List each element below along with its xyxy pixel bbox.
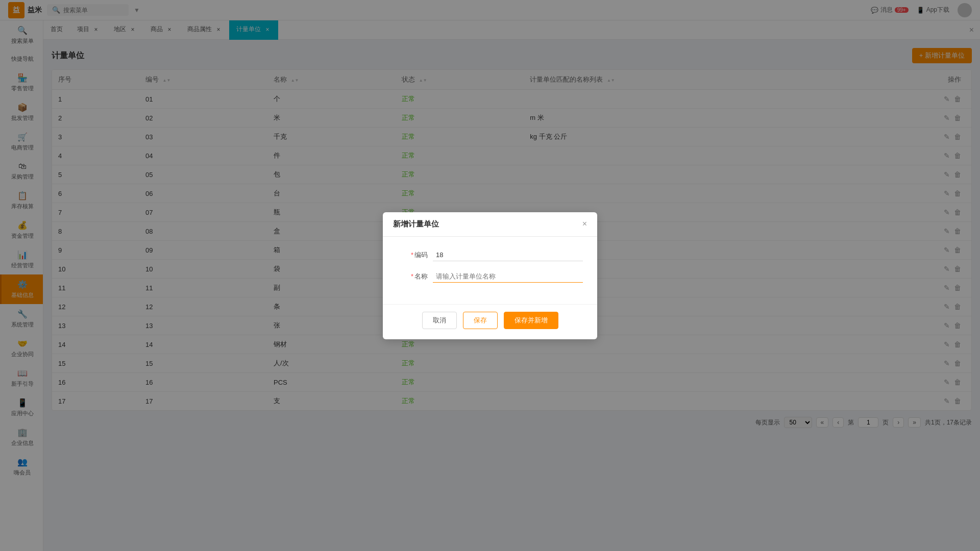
code-field-row: *编码 bbox=[397, 249, 583, 261]
modal-header: 新增计量单位 × bbox=[383, 212, 597, 237]
name-label: *名称 bbox=[397, 272, 428, 281]
modal-body: *编码 *名称 bbox=[383, 237, 597, 304]
add-unit-modal: 新增计量单位 × *编码 *名称 取消 保存 保存并新增 bbox=[383, 212, 597, 339]
modal-title: 新增计量单位 bbox=[393, 219, 439, 229]
required-star-name: * bbox=[411, 272, 413, 280]
save-button[interactable]: 保存 bbox=[463, 312, 498, 329]
name-input[interactable] bbox=[433, 270, 583, 283]
cancel-button[interactable]: 取消 bbox=[422, 312, 457, 329]
required-star: * bbox=[411, 251, 413, 259]
save-add-button[interactable]: 保存并新增 bbox=[504, 312, 558, 329]
modal-overlay[interactable]: 新增计量单位 × *编码 *名称 取消 保存 保存并新增 bbox=[0, 0, 980, 551]
code-input[interactable] bbox=[433, 249, 583, 261]
name-field-row: *名称 bbox=[397, 270, 583, 283]
modal-close-btn[interactable]: × bbox=[582, 220, 587, 228]
code-label: *编码 bbox=[397, 251, 428, 260]
modal-footer: 取消 保存 保存并新增 bbox=[383, 304, 597, 339]
